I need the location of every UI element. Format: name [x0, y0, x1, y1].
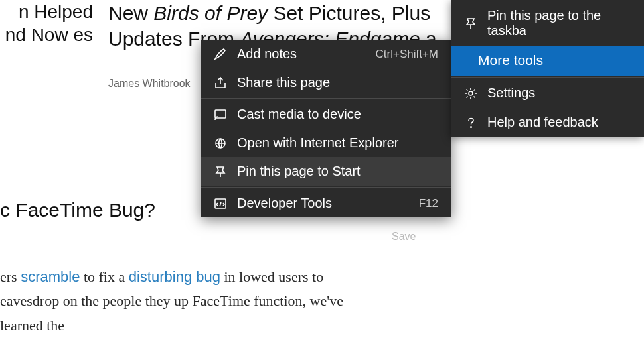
- menu-label: Help and feedback: [487, 115, 598, 130]
- menu-item-dev-tools[interactable]: Developer Tools F12: [201, 189, 451, 217]
- menu-label: Pin this page to Start: [237, 164, 361, 179]
- menu-item-settings[interactable]: Settings: [451, 79, 644, 108]
- menu-item-share[interactable]: Share this page: [201, 68, 451, 97]
- menu-separator: [201, 98, 451, 99]
- menu-item-more-tools[interactable]: More tools: [451, 46, 644, 76]
- menu-separator: [451, 77, 644, 78]
- side-headline: n Helped nd Now es: [0, 0, 93, 46]
- article-author: James Whitbrook: [108, 78, 191, 90]
- menu-shortcut: F12: [419, 197, 438, 210]
- ie-icon: [213, 136, 228, 151]
- menu-label: Developer Tools: [237, 196, 332, 211]
- menu-item-cast[interactable]: Cast media to device: [201, 100, 451, 129]
- browser-menu: Pin this page to the taskba More tools S…: [451, 0, 644, 137]
- menu-item-open-ie[interactable]: Open with Internet Explorer: [201, 129, 451, 157]
- cast-icon: [213, 107, 228, 122]
- menu-label: Settings: [487, 86, 535, 101]
- pin-icon: [463, 16, 478, 30]
- svg-point-4: [471, 126, 472, 127]
- pin-icon: [213, 164, 228, 179]
- devtools-icon: [213, 196, 228, 211]
- menu-label: More tools: [478, 52, 543, 68]
- menu-label: Pin this page to the taskba: [487, 8, 631, 38]
- menu-item-add-notes[interactable]: Add notes Ctrl+Shift+M: [201, 40, 451, 68]
- article-body: ers scramble to fix a disturbing bug in …: [0, 265, 345, 337]
- menu-item-pin-taskbar[interactable]: Pin this page to the taskba: [451, 1, 644, 46]
- menu-label: Add notes: [237, 46, 297, 62]
- pen-icon: [213, 47, 228, 62]
- menu-shortcut: Ctrl+Shift+M: [376, 48, 438, 61]
- menu-separator: [201, 187, 451, 188]
- more-tools-submenu: Add notes Ctrl+Shift+M Share this page C…: [201, 40, 451, 217]
- help-icon: [463, 115, 478, 130]
- save-label[interactable]: Save: [392, 231, 416, 243]
- menu-label: Cast media to device: [237, 107, 361, 122]
- article-subhead: c FaceTime Bug?: [0, 199, 155, 221]
- menu-label: Open with Internet Explorer: [237, 135, 398, 151]
- menu-label: Share this page: [237, 75, 330, 90]
- gear-icon: [463, 86, 478, 101]
- share-icon: [213, 76, 228, 90]
- menu-item-pin-start[interactable]: Pin this page to Start: [201, 157, 451, 186]
- menu-item-help[interactable]: Help and feedback: [451, 108, 644, 137]
- svg-point-3: [469, 91, 473, 95]
